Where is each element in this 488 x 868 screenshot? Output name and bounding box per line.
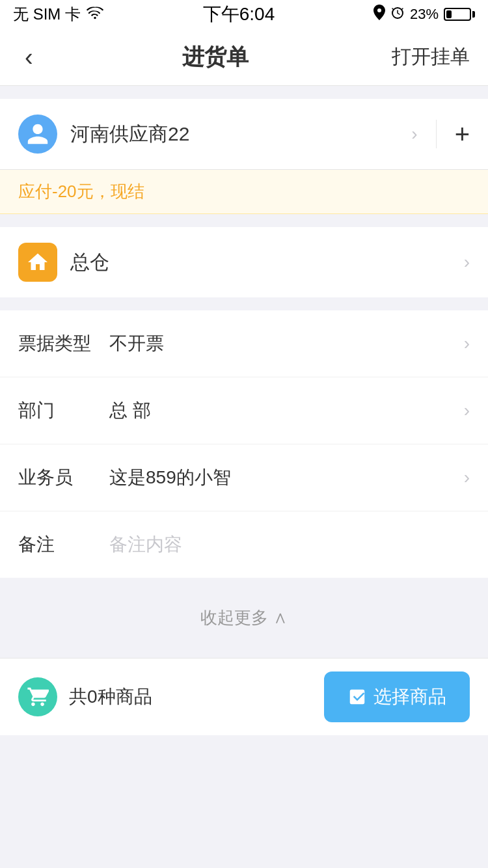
ticket-type-chevron-icon: ›: [464, 333, 470, 354]
wifi-icon: [86, 5, 104, 23]
section-gap-2: [0, 214, 488, 227]
select-product-button[interactable]: 选择商品: [324, 671, 470, 722]
warehouse-row[interactable]: 总仓 ›: [0, 227, 488, 297]
select-product-label: 选择商品: [373, 685, 446, 709]
supplier-divider: [436, 120, 437, 148]
person-icon: [25, 122, 50, 146]
warehouse-section: 总仓 ›: [0, 227, 488, 297]
salesperson-row[interactable]: 业务员 这是859的小智 ›: [0, 444, 488, 511]
warehouse-name: 总仓: [70, 249, 464, 276]
location-icon: [373, 5, 385, 24]
battery-percentage: 23%: [410, 6, 439, 23]
section-gap-1: [0, 86, 488, 99]
product-count-text: 共0种商品: [69, 685, 324, 709]
status-left: 无 SIM 卡: [13, 4, 104, 25]
department-row[interactable]: 部门 总 部 ›: [0, 377, 488, 444]
remark-row[interactable]: 备注 备注内容: [0, 511, 488, 578]
warehouse-chevron-icon: ›: [464, 252, 470, 273]
notice-bar: 应付-20元，现结: [0, 170, 488, 214]
department-label: 部门: [18, 398, 96, 423]
form-section: 票据类型 不开票 › 部门 总 部 › 业务员 这是859的小智 › 备注 备注…: [0, 310, 488, 578]
supplier-row[interactable]: 河南供应商22 › +: [0, 99, 488, 170]
department-chevron-icon: ›: [464, 400, 470, 421]
carrier-text: 无 SIM 卡: [13, 4, 81, 25]
supplier-avatar: [18, 115, 57, 154]
notice-text: 应付-20元，现结: [18, 182, 144, 201]
ticket-type-value: 不开票: [96, 331, 464, 356]
bottom-bar: 共0种商品 选择商品: [0, 658, 488, 735]
ticket-type-row[interactable]: 票据类型 不开票 ›: [0, 310, 488, 377]
cart-icon: [27, 686, 49, 708]
supplier-chevron-icon: ›: [411, 124, 417, 144]
select-product-icon: [347, 687, 367, 707]
warehouse-icon: [18, 243, 57, 282]
remark-input[interactable]: 备注内容: [96, 532, 470, 557]
nav-bar: ‹ 进货单 打开挂单: [0, 29, 488, 86]
salesperson-value: 这是859的小智: [96, 465, 464, 490]
salesperson-label: 业务员: [18, 465, 96, 490]
home-icon: [26, 251, 49, 274]
add-supplier-button[interactable]: +: [455, 121, 470, 147]
product-count-icon: [18, 677, 57, 716]
battery-icon: [444, 8, 475, 21]
ticket-type-label: 票据类型: [18, 331, 96, 356]
back-button[interactable]: ‹: [18, 38, 40, 76]
collapse-label: 收起更多 ∧: [200, 608, 287, 627]
page-title: 进货单: [182, 42, 249, 72]
page-remainder: [0, 735, 488, 868]
open-pending-button[interactable]: 打开挂单: [392, 44, 470, 70]
supplier-section: 河南供应商22 › + 应付-20元，现结: [0, 99, 488, 214]
status-time: 下午6:04: [203, 2, 275, 27]
collapse-bar[interactable]: 收起更多 ∧: [0, 591, 488, 645]
alarm-icon: [390, 5, 405, 23]
status-right: 23%: [373, 5, 475, 24]
status-bar: 无 SIM 卡 下午6:04 23%: [0, 0, 488, 29]
department-value: 总 部: [96, 398, 464, 423]
remark-label: 备注: [18, 532, 96, 557]
salesperson-chevron-icon: ›: [464, 467, 470, 488]
supplier-name: 河南供应商22: [70, 121, 411, 148]
